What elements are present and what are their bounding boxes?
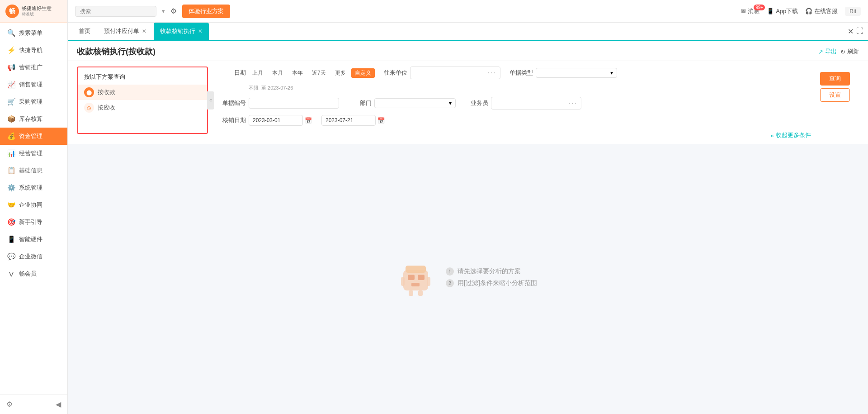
sidebar-footer: ⚙ ◀ bbox=[0, 394, 67, 414]
quick-nav-icon: ⚡ bbox=[7, 46, 15, 54]
partner-input[interactable]: ··· bbox=[410, 67, 500, 79]
dept-label: 部门 bbox=[344, 99, 372, 107]
guide-icon: 🎯 bbox=[7, 218, 15, 226]
sidebar-item-inventory[interactable]: 📦 库存核算 bbox=[0, 110, 67, 128]
app-download-button[interactable]: 📱 App下载 bbox=[767, 7, 798, 15]
date-last-month[interactable]: 上月 bbox=[249, 68, 267, 78]
filter-option-by-receipt[interactable]: ⬤ 按收款 bbox=[78, 85, 207, 100]
sidebar-item-hardware[interactable]: 📱 智能硬件 bbox=[0, 231, 67, 248]
tab-maximize-icon[interactable]: ⛶ bbox=[856, 27, 863, 36]
verify-date-from[interactable] bbox=[249, 115, 303, 126]
wechat-icon: 💬 bbox=[7, 252, 15, 261]
collapse-sidebar-icon[interactable]: ◀ bbox=[56, 400, 61, 409]
dept-chevron-icon: ▾ bbox=[449, 100, 452, 106]
logo-badge: 标准版 bbox=[22, 11, 52, 17]
message-button[interactable]: ✉ 消息 99+ bbox=[741, 7, 760, 15]
by-receivable-icon: ◷ bbox=[84, 103, 94, 113]
sidebar-item-member[interactable]: V 畅会员 bbox=[0, 265, 67, 282]
topbar-chevron-icon[interactable]: ▾ bbox=[162, 8, 165, 14]
sidebar-item-basic[interactable]: 📋 基础信息 bbox=[0, 162, 67, 179]
svg-rect-8 bbox=[406, 266, 426, 273]
partner-label: 往来单位 bbox=[380, 69, 407, 77]
app-label: App下载 bbox=[776, 7, 798, 15]
sidebar-item-sales[interactable]: 📈 销售管理 bbox=[0, 76, 67, 93]
date-7days[interactable]: 近7天 bbox=[308, 68, 330, 78]
tab-receipt-label: 收款核销执行 bbox=[160, 27, 195, 35]
verify-date-to[interactable] bbox=[321, 115, 376, 126]
tab-receipt-verify[interactable]: 收款核销执行 ✕ bbox=[154, 23, 209, 40]
date-this-month[interactable]: 本月 bbox=[269, 68, 287, 78]
sidebar-item-operations[interactable]: 📊 经营管理 bbox=[0, 145, 67, 162]
dept-select[interactable]: ▾ bbox=[374, 98, 456, 108]
search-menu-icon: 🔍 bbox=[7, 29, 15, 37]
tab-prepay[interactable]: 预付冲应付单 ✕ bbox=[98, 23, 153, 40]
tab-prepay-close-icon[interactable]: ✕ bbox=[142, 28, 146, 34]
tab-close-all-icon[interactable]: ✕ bbox=[848, 27, 854, 36]
tab-home[interactable]: 首页 bbox=[72, 23, 97, 40]
by-receipt-label: 按收款 bbox=[98, 88, 115, 96]
sales-icon: 📈 bbox=[7, 81, 15, 89]
solution-button[interactable]: 体验行业方案 bbox=[182, 5, 230, 18]
partner-dots-icon[interactable]: ··· bbox=[487, 69, 496, 77]
sidebar-item-purchase[interactable]: 🛒 采购管理 bbox=[0, 93, 67, 110]
refresh-label: 刷新 bbox=[847, 48, 859, 56]
topbar-gear-icon[interactable]: ⚙ bbox=[170, 7, 177, 15]
sidebar-label-wechat: 企业微信 bbox=[19, 252, 42, 261]
date-this-year[interactable]: 本年 bbox=[288, 68, 307, 78]
sidebar-item-finance[interactable]: 💰 资金管理 bbox=[0, 128, 67, 145]
sidebar-menu: 🔍 搜索菜单 ⚡ 快捷导航 📢 营销推广 📈 销售管理 🛒 采购管理 📦 库存核… bbox=[0, 23, 67, 394]
verify-date-to-calendar-icon[interactable]: 📅 bbox=[377, 117, 385, 124]
filter-left-panel: 按以下方案查询 ⬤ 按收款 ◷ 按应收 « bbox=[77, 67, 208, 134]
topbar-search-input[interactable] bbox=[75, 6, 156, 17]
sidebar-item-marketing[interactable]: 📢 营销推广 bbox=[0, 59, 67, 76]
filter-row-2: 单据编号 部门 ▾ 业务员 bbox=[219, 97, 820, 109]
filter-area: 按以下方案查询 ⬤ 按收款 ◷ 按应收 « bbox=[68, 61, 868, 144]
date-field: 日期 上月 本月 本年 近7天 更多 自定义 bbox=[219, 68, 375, 78]
tab-receipt-close-icon[interactable]: ✕ bbox=[198, 28, 203, 34]
hardware-icon: 📱 bbox=[7, 235, 15, 243]
empty-step2: 用[过滤]条件来缩小分析范围 bbox=[458, 279, 537, 287]
online-service-button[interactable]: 🎧 在线客服 bbox=[805, 7, 838, 15]
staff-dots-icon[interactable]: ··· bbox=[569, 99, 577, 107]
tab-bar: 首页 预付冲应付单 ✕ 收款核销执行 ✕ ✕ ⛶ bbox=[68, 23, 868, 41]
by-receipt-icon: ⬤ bbox=[84, 87, 94, 97]
sidebar-item-quicknav[interactable]: ⚡ 快捷导航 bbox=[0, 42, 67, 59]
content-area: 收款核销执行(按收款) ↗ 导出 ↻ 刷新 按以下方案查询 ⬤ 按收款 bbox=[68, 41, 868, 414]
settings-button[interactable]: 设置 bbox=[820, 88, 850, 102]
collapse-filter-panel[interactable]: « bbox=[207, 91, 214, 109]
date-label: 日期 bbox=[219, 69, 246, 77]
topbar: ▾ ⚙ 体验行业方案 ✉ 消息 99+ 📱 App下载 🎧 在线客服 Rit bbox=[68, 0, 868, 23]
message-icon: ✉ bbox=[741, 8, 746, 14]
settings-footer-icon[interactable]: ⚙ bbox=[6, 400, 13, 409]
service-icon: 🎧 bbox=[805, 8, 812, 14]
sidebar-label-inventory: 库存核算 bbox=[19, 115, 42, 123]
collapse-more-button[interactable]: « 收起更多条件 bbox=[771, 131, 820, 139]
sidebar-item-system[interactable]: ⚙️ 系统管理 bbox=[0, 179, 67, 196]
date-to: 至 2023-07-26 bbox=[261, 85, 293, 91]
refresh-button[interactable]: ↻ 刷新 bbox=[840, 48, 859, 56]
verify-date-from-calendar-icon[interactable]: 📅 bbox=[305, 117, 312, 124]
filter-panel-title: 按以下方案查询 bbox=[78, 72, 207, 85]
empty-text: 1 请先选择要分析的方案 2 用[过滤]条件来缩小分析范围 bbox=[446, 267, 537, 291]
staff-input[interactable]: ··· bbox=[491, 97, 581, 109]
tab-bar-right: ✕ ⛶ bbox=[848, 27, 863, 36]
svg-rect-3 bbox=[411, 283, 420, 286]
sidebar-label-purchase: 采购管理 bbox=[19, 98, 42, 106]
date-more[interactable]: 更多 bbox=[331, 68, 349, 78]
date-custom[interactable]: 自定义 bbox=[351, 68, 375, 78]
docno-input[interactable] bbox=[249, 98, 339, 109]
sidebar-item-enterprise[interactable]: 🤝 企业协同 bbox=[0, 196, 67, 214]
doctype-select[interactable]: ▾ bbox=[536, 68, 617, 78]
filter-option-by-receivable[interactable]: ◷ 按应收 bbox=[78, 100, 207, 115]
user-menu[interactable]: Rit bbox=[845, 7, 861, 16]
date-quick-buttons: 上月 本月 本年 近7天 更多 自定义 bbox=[249, 68, 375, 78]
sidebar-item-search[interactable]: 🔍 搜索菜单 bbox=[0, 24, 67, 42]
query-button[interactable]: 查询 bbox=[820, 72, 850, 86]
export-button[interactable]: ↗ 导出 bbox=[818, 48, 837, 56]
sidebar-item-guide[interactable]: 🎯 新手引导 bbox=[0, 214, 67, 231]
enterprise-icon: 🤝 bbox=[7, 201, 15, 209]
svg-rect-5 bbox=[427, 277, 430, 286]
svg-rect-7 bbox=[418, 290, 423, 296]
collapse-label: 收起更多条件 bbox=[776, 131, 811, 139]
sidebar-item-wechat[interactable]: 💬 企业微信 bbox=[0, 248, 67, 265]
